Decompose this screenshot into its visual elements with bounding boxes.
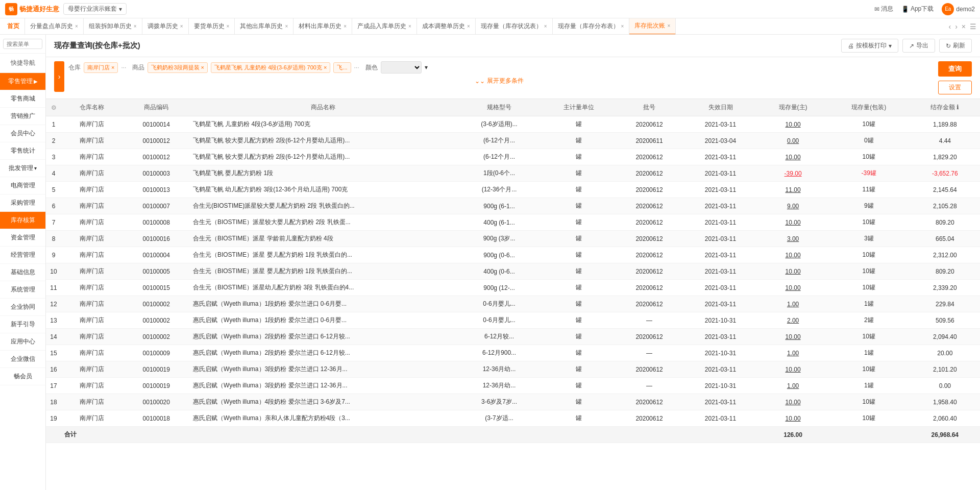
row-name: 惠氏启赋（Wyeth illuma）2段奶粉 爱尔兰进口 6-12月较...	[190, 329, 456, 345]
row-qty-main[interactable]: 10.00	[758, 247, 828, 263]
tab-close-icon[interactable]: ×	[621, 23, 624, 29]
sidebar-item-member2[interactable]: 畅会员	[0, 368, 45, 385]
row-qty-main[interactable]: 10.00	[758, 116, 828, 133]
sidebar-item-enterprise[interactable]: 企业协同	[0, 299, 45, 316]
sidebar-item-operation[interactable]: 经营管理	[0, 247, 45, 264]
more-warehouse-btn[interactable]: ···	[121, 64, 126, 71]
tab-close-icon[interactable]: ×	[227, 23, 230, 29]
tab-xiancun1[interactable]: 现存量（库存状况表） ×	[476, 18, 553, 35]
row-code: 00100019	[123, 361, 190, 378]
expand-sidebar-btn[interactable]: ›	[54, 61, 64, 92]
row-qty-main[interactable]: 1.00	[758, 296, 828, 312]
product-tag-2[interactable]: 飞鹤星飞帆 儿童奶粉 4段(3-6岁适用) 700克 ×	[211, 62, 330, 73]
row-qty-main[interactable]: 10.00	[758, 280, 828, 296]
export-btn[interactable]: ↗ 导出	[902, 39, 935, 53]
query-btn[interactable]: 查询	[938, 61, 972, 77]
sidebar-item-retail-mgmt[interactable]: 零售管理 ▶	[0, 73, 45, 90]
sidebar-item-purchase[interactable]: 采购管理	[0, 194, 45, 212]
sidebar-item-marketing[interactable]: 营销推广	[0, 108, 45, 125]
tab-chancheng[interactable]: 产成品入库单历史 ×	[352, 18, 417, 35]
tab-diaob[interactable]: 调拨单历史 ×	[142, 18, 189, 35]
tab-close-icon[interactable]: ×	[285, 23, 288, 29]
nav-menu-icon[interactable]: ☰	[968, 22, 978, 31]
nav-close-tab[interactable]: ×	[960, 22, 967, 31]
tab-fenliang[interactable]: 分量盘点单历史 ×	[25, 18, 84, 35]
app-download-btn[interactable]: 📱 App下载	[901, 5, 934, 13]
top-bar-left: 畅 畅捷通好生意 母婴行业演示账套 ▾	[5, 3, 127, 15]
row-amount: 20.00	[910, 345, 980, 361]
row-qty-main[interactable]: 0.00	[758, 133, 828, 149]
more-product-btn[interactable]: ···	[354, 64, 359, 71]
tab-close-icon[interactable]: ×	[344, 23, 347, 29]
tab-kucun-pici[interactable]: 库存批次账 ×	[629, 18, 676, 35]
sidebar-item-finance[interactable]: 资金管理	[0, 229, 45, 247]
tab-close-icon[interactable]: ×	[667, 23, 670, 29]
sidebar-item-quick-nav[interactable]: 快捷导航	[0, 56, 45, 70]
product-tag-1[interactable]: 飞鹤奶粉3段两提装 ×	[148, 62, 208, 73]
row-qty-main[interactable]: -39.00	[758, 165, 828, 182]
row-qty-main[interactable]: 2.00	[758, 312, 828, 329]
row-qty-main[interactable]: 10.00	[758, 329, 828, 345]
row-qty-main[interactable]: 10.00	[758, 214, 828, 231]
sidebar-item-wechat[interactable]: 企业微信	[0, 351, 45, 368]
tab-close-icon[interactable]: ×	[75, 23, 78, 29]
search-input[interactable]	[3, 39, 42, 49]
row-qty-main[interactable]: 3.00	[758, 231, 828, 247]
row-name: 合生元（BIOSTIME）派星 婴儿配方奶粉 1段 乳铁蛋白的...	[190, 263, 456, 280]
chevron-down-icon: ▾	[119, 6, 122, 13]
row-qty-main[interactable]: 11.00	[758, 182, 828, 198]
store-selector[interactable]: 母婴行业演示账套 ▾	[63, 3, 127, 15]
settings-btn[interactable]: 设置	[938, 81, 972, 94]
sidebar-item-ecommerce[interactable]: 电商管理	[0, 177, 45, 194]
row-qty-main[interactable]: 10.00	[758, 361, 828, 378]
row-qty-main[interactable]: 10.00	[758, 263, 828, 280]
remove-warehouse-icon[interactable]: ×	[111, 64, 114, 70]
expand-more-btn[interactable]: ⌄⌄ 展开更多条件	[68, 74, 930, 88]
row-qty-main[interactable]: 1.00	[758, 378, 828, 394]
sidebar-item-basic-info[interactable]: 基础信息	[0, 264, 45, 281]
tab-xiancun2[interactable]: 现存量（库存分布表） ×	[553, 18, 630, 35]
sidebar-item-inventory[interactable]: 库存核算	[0, 212, 45, 229]
row-qty-main[interactable]: 1.00	[758, 345, 828, 361]
tab-close-icon[interactable]: ×	[408, 23, 411, 29]
settings-icon[interactable]: ⚙	[51, 104, 57, 111]
tab-close-icon[interactable]: ×	[544, 23, 547, 29]
warehouse-tag[interactable]: 南岸门店 ×	[84, 62, 118, 73]
remove-product2-icon[interactable]: ×	[324, 64, 327, 70]
row-no: 19	[46, 410, 61, 427]
refresh-btn[interactable]: ↻ 刷新	[939, 39, 972, 53]
sidebar-item-retail-stats[interactable]: 零售统计	[0, 142, 45, 160]
sidebar-item-wholesale[interactable]: 批发管理 ▾	[0, 160, 45, 177]
filter-content: 仓库 南岸门店 × ··· 商品 飞鹤奶粉3段两提装 ×	[68, 61, 930, 88]
tab-yaohuo[interactable]: 要货单历史 ×	[189, 18, 235, 35]
tab-close-icon[interactable]: ×	[467, 23, 470, 29]
row-no: 14	[46, 329, 61, 345]
sidebar-item-app-center[interactable]: 应用中心	[0, 333, 45, 351]
message-btn[interactable]: ✉ 消息	[874, 5, 893, 13]
remove-product1-icon[interactable]: ×	[201, 64, 204, 70]
chevron-icon: ▶	[34, 79, 38, 84]
nav-right-arrow[interactable]: ›	[953, 22, 959, 31]
sidebar-item-guide[interactable]: 新手引导	[0, 316, 45, 333]
sidebar-item-system[interactable]: 系统管理	[0, 281, 45, 299]
tab-close-icon[interactable]: ×	[134, 23, 137, 29]
row-qty-main[interactable]: 10.00	[758, 149, 828, 165]
row-amount: 229.84	[910, 296, 980, 312]
tab-chengben[interactable]: 成本调整单历史 ×	[417, 18, 476, 35]
tab-home[interactable]: 首页	[2, 18, 25, 35]
nav-left-arrow[interactable]: ‹	[947, 22, 952, 31]
user-area[interactable]: Ea demo2	[942, 3, 975, 15]
sidebar-item-member[interactable]: 会员中心	[0, 125, 45, 142]
print-btn[interactable]: 🖨 按模板打印 ▾	[841, 39, 898, 53]
tab-zuzhuang[interactable]: 组装拆卸单历史 ×	[84, 18, 142, 35]
color-select[interactable]	[381, 61, 422, 74]
row-qty-main[interactable]: 9.00	[758, 198, 828, 214]
row-qty-pkg: 10罐	[828, 263, 910, 280]
product-tag-more[interactable]: 飞...	[333, 62, 351, 73]
row-qty-main[interactable]: 10.00	[758, 394, 828, 410]
sidebar-item-retail-mall[interactable]: 零售商城	[0, 90, 45, 108]
tab-cailiao[interactable]: 材料出库单历史 ×	[293, 18, 352, 35]
row-qty-main[interactable]: 10.00	[758, 410, 828, 427]
tab-close-icon[interactable]: ×	[180, 23, 183, 29]
tab-qita[interactable]: 其他出库单历史 ×	[235, 18, 293, 35]
